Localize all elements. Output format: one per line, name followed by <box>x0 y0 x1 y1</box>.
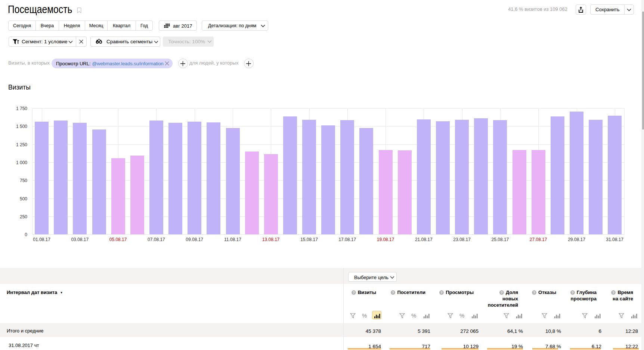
svg-text:?: ? <box>353 291 355 294</box>
svg-text:?: ? <box>440 291 443 294</box>
svg-text:?: ? <box>392 291 394 294</box>
svg-text:?: ? <box>613 291 615 294</box>
